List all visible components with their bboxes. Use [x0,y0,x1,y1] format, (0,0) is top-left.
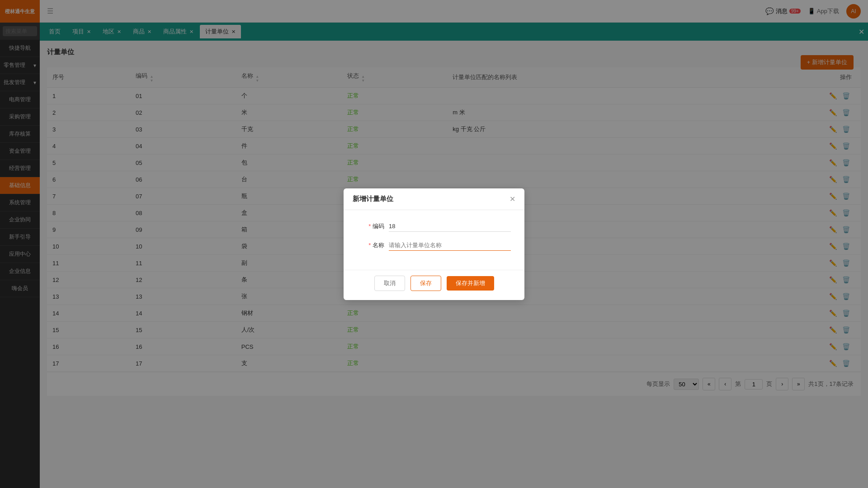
code-input[interactable] [389,221,511,232]
modal-close-btn[interactable]: ✕ [509,195,515,203]
form-label-name: 名称 [357,241,384,249]
save-and-new-button[interactable]: 保存并新增 [447,276,494,291]
form-item-code: 编码 [357,221,511,232]
modal-body: 编码 名称 [344,210,524,270]
modal-header: 新增计量单位 ✕ [344,188,524,210]
form-label-code: 编码 [357,222,384,230]
modal-footer: 取消 保存 保存并新增 [344,270,524,300]
cancel-button[interactable]: 取消 [374,276,405,291]
save-button[interactable]: 保存 [410,276,441,291]
name-input[interactable] [389,240,511,251]
modal-overlay: 新增计量单位 ✕ 编码 名称 取消 保存 保存并新增 [0,0,868,488]
add-unit-modal: 新增计量单位 ✕ 编码 名称 取消 保存 保存并新增 [344,188,524,300]
form-item-name: 名称 [357,240,511,251]
modal-title: 新增计量单位 [353,195,393,203]
